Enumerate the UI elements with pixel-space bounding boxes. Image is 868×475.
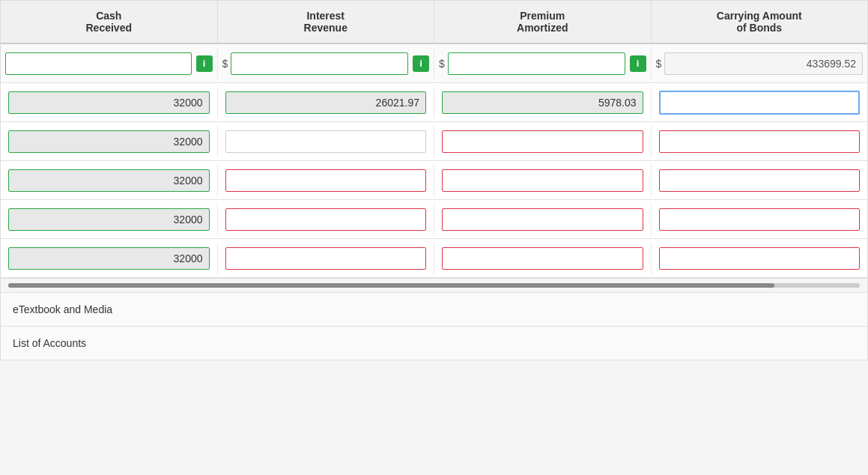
first-input-row: i $ i $ i $ [1, 44, 867, 83]
row5-premium-input[interactable] [442, 247, 643, 270]
row5-cash-cell [1, 243, 218, 274]
table-row [1, 239, 867, 278]
header-interest-revenue: Interest Revenue [218, 1, 435, 43]
row5-cash-input [8, 247, 210, 270]
row3-carrying-input[interactable] [659, 169, 861, 192]
header-row: Cash Received Interest Revenue Premium A… [1, 1, 867, 44]
row1-premium-input [442, 91, 643, 114]
interest-info-button[interactable]: i [413, 55, 429, 72]
row1-premium-cell [434, 87, 652, 118]
data-rows [1, 83, 867, 278]
etextbook-button[interactable]: eTextbook and Media [1, 293, 867, 327]
row5-carrying-input[interactable] [659, 247, 861, 270]
first-row-carrying-cell: $ [652, 48, 868, 79]
table-row [1, 161, 867, 200]
row3-interest-cell [218, 165, 435, 196]
table-row [1, 200, 867, 239]
row5-interest-cell [218, 243, 435, 274]
scrollbar-track[interactable] [8, 283, 860, 288]
row1-cash-cell [1, 87, 218, 118]
etextbook-label: eTextbook and Media [13, 303, 112, 315]
row1-interest-cell [218, 87, 435, 118]
header-cash-received: Cash Received [1, 1, 218, 43]
first-row-premium-cell: $ i [434, 48, 652, 79]
row1-carrying-input[interactable] [659, 91, 861, 115]
row4-carrying-cell [652, 204, 868, 235]
table-row [1, 122, 867, 161]
premium-info-button[interactable]: i [630, 55, 646, 72]
first-row-premium-input[interactable] [448, 52, 625, 75]
row5-premium-cell [434, 243, 652, 274]
row5-carrying-cell [652, 243, 868, 274]
row4-cash-cell [1, 204, 218, 235]
row4-premium-cell [434, 204, 652, 235]
carrying-dollar-sign: $ [656, 58, 662, 70]
row2-interest-input[interactable] [225, 130, 427, 153]
row2-interest-cell [218, 126, 435, 157]
scrollbar-thumb[interactable] [8, 283, 774, 288]
row1-cash-input [8, 91, 210, 114]
table-row [1, 83, 867, 122]
row5-interest-input[interactable] [225, 247, 427, 270]
row3-cash-input [8, 169, 210, 192]
first-row-interest-input[interactable] [231, 52, 408, 75]
premium-dollar-sign: $ [439, 58, 445, 70]
row3-cash-cell [1, 165, 218, 196]
list-of-accounts-button[interactable]: List of Accounts [1, 327, 867, 360]
row2-premium-cell [434, 126, 652, 157]
main-container: Cash Received Interest Revenue Premium A… [0, 0, 868, 360]
row4-premium-input[interactable] [442, 208, 643, 231]
cash-info-button[interactable]: i [196, 55, 213, 72]
first-row-interest-cell: $ i [218, 48, 435, 79]
row2-carrying-cell [652, 126, 868, 157]
list-of-accounts-label: List of Accounts [13, 337, 86, 349]
row3-carrying-cell [652, 165, 868, 196]
row2-cash-input [8, 130, 210, 153]
interest-dollar-sign: $ [222, 58, 228, 70]
row3-premium-cell [434, 165, 652, 196]
first-row-cash-cell: i [1, 48, 218, 79]
row3-premium-input[interactable] [442, 169, 643, 192]
row4-interest-cell [218, 204, 435, 235]
first-row-carrying-input [664, 52, 863, 75]
scrollbar-row[interactable] [1, 278, 867, 293]
first-row-cash-input[interactable] [5, 52, 192, 75]
header-premium-amortized: Premium Amortized [434, 1, 652, 43]
row1-carrying-cell [652, 86, 868, 119]
row2-cash-cell [1, 126, 218, 157]
row1-interest-input [225, 91, 427, 114]
row3-interest-input[interactable] [225, 169, 427, 192]
header-carrying-amount: Carrying Amount of Bonds [652, 1, 868, 43]
row2-premium-input[interactable] [442, 130, 643, 153]
row4-cash-input [8, 208, 210, 231]
row4-interest-input[interactable] [225, 208, 427, 231]
row2-carrying-input[interactable] [659, 130, 861, 153]
row4-carrying-input[interactable] [659, 208, 861, 231]
